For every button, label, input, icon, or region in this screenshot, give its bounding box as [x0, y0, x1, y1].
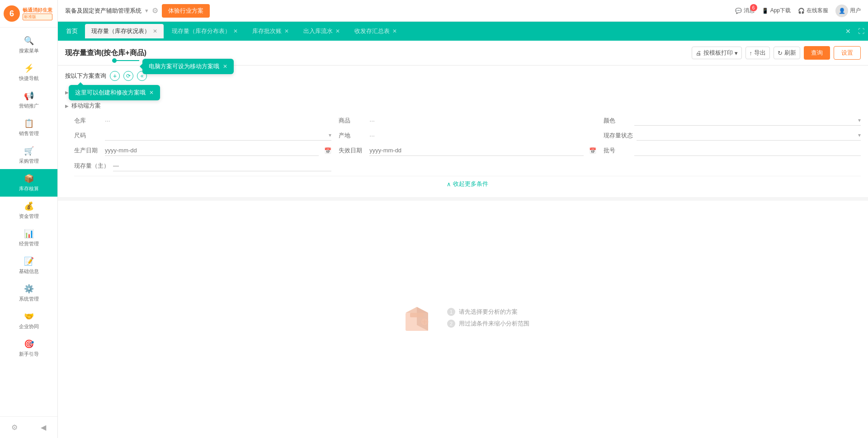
header-gear-icon[interactable]: ⚙	[152, 6, 158, 15]
filter-label-prod-date: 生产日期	[74, 146, 101, 155]
filter-refresh-btn[interactable]: ⟳	[123, 71, 133, 81]
filter-input-inv-qty-min[interactable]	[113, 160, 331, 171]
printer-icon: 🖨	[696, 50, 702, 57]
collapse-btn[interactable]: ∧ 收起更多条件	[74, 176, 861, 192]
tab-collect-summary[interactable]: 收发存汇总表 ✕	[348, 24, 403, 38]
message-btn[interactable]: 💬 消息 6	[735, 7, 755, 14]
sidebar-item-quicknav[interactable]: ⚡ 快捷导航	[0, 59, 57, 86]
page-area: 现存量查询(按仓库+商品) 🖨 按模板打印 ▾ ↑ 导出 ↻ 刷新	[58, 41, 868, 438]
sidebar-item-purchase[interactable]: 🛒 采购管理	[0, 141, 57, 169]
export-btn[interactable]: ↑ 导出	[745, 47, 770, 59]
inv-status-chevron-icon: ▾	[858, 132, 861, 138]
filter-label-origin: 产地	[339, 132, 366, 140]
tooltip-desktop-scheme: 电脑方案可设为移动方案哦 ✕	[142, 59, 234, 74]
sidebar-item-marketing[interactable]: 📢 营销推广	[0, 86, 57, 114]
filter-label-size: 尺码	[74, 132, 101, 140]
tab-inout-flow-close[interactable]: ✕	[335, 28, 340, 34]
scheme-item-mobile[interactable]: ▶ 移动端方案	[65, 100, 861, 112]
collapse-icon: ∧	[447, 181, 451, 188]
calendar-expire-icon[interactable]: 📅	[589, 147, 596, 154]
user-btn[interactable]: 👤 用户	[835, 5, 861, 17]
search-btn[interactable]: 查询	[804, 46, 830, 60]
tab-expand-btn[interactable]: ⛶	[856, 26, 866, 37]
sidebar-item-search[interactable]: 🔍 搜索菜单	[0, 31, 57, 59]
tab-home-label: 首页	[66, 27, 78, 35]
sidebar-logo: 6 畅通消好生意 标准版	[0, 0, 57, 28]
tab-inout-flow-label: 出入库流水	[303, 27, 333, 35]
sidebar-label-operations: 经营管理	[19, 240, 39, 247]
sidebar-item-operations[interactable]: 📊 经营管理	[0, 224, 57, 252]
color-chevron-icon: ▾	[858, 117, 861, 123]
tab-inventory-dist[interactable]: 现存量（库存分布表） ✕	[165, 24, 244, 38]
settings-bottom-btn[interactable]: ⚙	[9, 420, 20, 434]
filter-dots-warehouse[interactable]: ···	[105, 117, 110, 124]
tooltip-create-scheme: 这里可以创建和修改方案哦 ✕	[69, 85, 160, 100]
filter-select-size[interactable]: ▾	[105, 130, 331, 141]
filter-select-inv-status[interactable]: ▾	[637, 130, 861, 141]
header-dropdown-arrow[interactable]: ▾	[145, 7, 148, 14]
sidebar-item-system[interactable]: ⚙️ 系统管理	[0, 279, 57, 307]
settings-btn[interactable]: 设置	[834, 46, 861, 60]
filter-grid: 仓库 ··· 商品 ··· 颜色 ▾	[74, 115, 861, 171]
tab-home[interactable]: 首页	[60, 24, 84, 38]
empty-content: 1 请先选择要分析的方案 2 用过滤条件来缩小分析范围	[396, 297, 529, 342]
tab-inventory-status-close[interactable]: ✕	[153, 28, 157, 34]
scheme-item-desktop[interactable]: ▶ 电脑端方案	[65, 86, 861, 98]
filter-row-batch-no: 批号	[604, 145, 861, 156]
tab-batch-account[interactable]: 库存批次账 ✕	[246, 24, 295, 38]
filter-row-color: 颜色 ▾	[604, 115, 861, 126]
tab-inventory-status[interactable]: 现存量（库存状况表） ✕	[85, 24, 164, 38]
page-title: 现存量查询(按仓库+商品)	[65, 48, 146, 58]
sidebar-label-guide: 新手引导	[19, 351, 39, 358]
sidebar-item-guide[interactable]: 🎯 新手引导	[0, 334, 57, 362]
sidebar-item-sales[interactable]: 📋 销售管理	[0, 114, 57, 141]
online-service-btn[interactable]: 🎧 在线客服	[798, 7, 828, 14]
filter-label-goods: 商品	[339, 117, 366, 125]
logo-icon: 6	[4, 5, 20, 22]
app-download-btn[interactable]: 📱 App下载	[762, 7, 791, 14]
sidebar-item-finance[interactable]: 💰 资金管理	[0, 197, 57, 224]
dot-line-segment	[117, 60, 139, 61]
filter-row-warehouse: 仓库 ···	[74, 115, 331, 126]
refresh-btn[interactable]: ↻ 刷新	[774, 47, 800, 59]
sidebar-item-inventory[interactable]: 📦 库存核算	[0, 169, 57, 197]
sales-icon: 📋	[24, 118, 34, 128]
filter-row-size: 尺码 ▾	[74, 130, 331, 141]
sidebar-label-sales: 销售管理	[19, 130, 39, 137]
filter-dots-goods[interactable]: ···	[369, 117, 375, 124]
tab-collect-summary-close[interactable]: ✕	[392, 28, 397, 34]
tab-close-all-btn[interactable]: ✕	[844, 26, 853, 37]
filter-select-color[interactable]: ▾	[634, 115, 861, 126]
system-icon: ⚙️	[24, 284, 34, 294]
scheme-list: ▶ 电脑端方案 ▶ 移动端方案	[65, 86, 861, 112]
corp-icon: 🤝	[24, 311, 34, 321]
sidebar-item-basic[interactable]: 📝 基础信息	[0, 252, 57, 279]
tooltip1-close[interactable]: ✕	[223, 63, 227, 70]
page-actions: 🖨 按模板打印 ▾ ↑ 导出 ↻ 刷新 查询 设置	[692, 46, 861, 60]
purchase-icon: 🛒	[24, 146, 34, 156]
filter-row-origin: 产地 ···	[339, 130, 596, 141]
operations-icon: 📊	[24, 229, 34, 239]
scheme-arrow-desktop: ▶	[65, 90, 69, 95]
calendar-prod-icon[interactable]: 📅	[324, 147, 331, 154]
industry-btn[interactable]: 体验行业方案	[162, 4, 210, 18]
tab-inout-flow[interactable]: 出入库流水 ✕	[297, 24, 346, 38]
message-badge: 6	[750, 4, 757, 11]
filter-dots-origin[interactable]: ···	[369, 132, 375, 139]
filter-add-btn[interactable]: +	[110, 71, 120, 81]
tab-inventory-dist-close[interactable]: ✕	[233, 28, 238, 34]
filter-input-prod-date[interactable]	[105, 145, 319, 156]
sidebar-label-basic: 基础信息	[19, 268, 39, 275]
sidebar-item-corp[interactable]: 🤝 企业协同	[0, 307, 57, 334]
mobile-icon: 📱	[762, 8, 769, 14]
filter-input-batch-no[interactable]	[634, 145, 861, 156]
print-btn[interactable]: 🖨 按模板打印 ▾	[692, 47, 742, 59]
refresh-icon: ↻	[778, 50, 783, 57]
filter-input-expire-date[interactable]	[369, 145, 583, 156]
collapse-sidebar-btn[interactable]: ◀	[38, 420, 49, 434]
tooltip2-close[interactable]: ✕	[149, 89, 154, 96]
header-left: 装备及固定资产辅助管理系统 ▾ ⚙ 体验行业方案	[65, 4, 210, 18]
dot-start	[112, 58, 117, 63]
service-icon: 🎧	[798, 8, 805, 14]
tab-batch-account-close[interactable]: ✕	[284, 28, 289, 34]
